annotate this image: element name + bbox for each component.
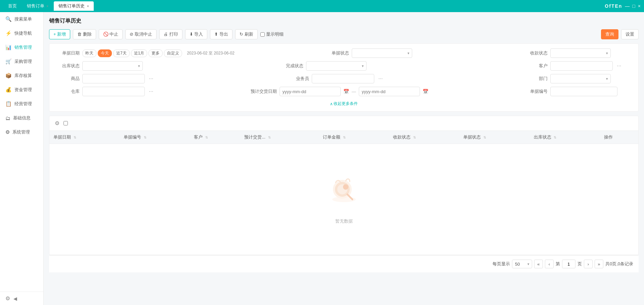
main-layout: 🔍 搜索菜单 ⚡ 快捷导航 📊 销售管理 🛒 采购管理 📦 库存核算 💰 资金管… xyxy=(0,12,644,305)
date-separator: — xyxy=(352,89,356,94)
sidebar-item-purchase-mgmt[interactable]: 🛒 采购管理 xyxy=(0,54,43,69)
sidebar-item-quick-nav[interactable]: ⚡ 快捷导航 xyxy=(0,26,43,40)
tab-sales-order-label: 销售订单 xyxy=(27,3,44,9)
sys-mgmt-icon: ⚙ xyxy=(5,129,10,135)
calendar-start-icon[interactable]: 📅 xyxy=(343,89,349,94)
warehouse-input[interactable] xyxy=(82,87,145,96)
col-doc-status[interactable]: 单据状态 ⇅ xyxy=(459,131,529,144)
sidebar-item-ops-mgmt[interactable]: 📋 经营管理 xyxy=(0,97,43,111)
sidebar-item-sales-mgmt[interactable]: 📊 销售管理 xyxy=(0,40,43,54)
collapse-btn[interactable]: ∧ 收起更多条件 xyxy=(330,101,358,107)
date-pill-today[interactable]: 今天 xyxy=(98,49,112,57)
calendar-end-icon[interactable]: 📅 xyxy=(423,89,428,94)
tab-home-label: 首页 xyxy=(8,3,17,9)
refresh-button[interactable]: ↻ 刷新 xyxy=(235,29,258,39)
salesman-label: 业务员 xyxy=(286,76,309,82)
table-settings-btn[interactable]: ⚙ xyxy=(53,119,61,128)
customer-group: 客户 ··· xyxy=(524,61,632,71)
page-input[interactable] xyxy=(562,260,575,268)
cancel-stop-button[interactable]: ⊘ 取消中止 xyxy=(125,29,157,39)
doc-number-input[interactable] xyxy=(550,87,617,96)
col-out-status[interactable]: 出库状态 ⇅ xyxy=(530,131,600,144)
export-button[interactable]: ⬆ 导出 xyxy=(210,29,232,39)
receipt-status-select[interactable] xyxy=(550,48,611,58)
table-body: 暂无数据 xyxy=(49,144,638,255)
import-button[interactable]: ⬇ 导入 xyxy=(185,29,208,39)
complete-status-select-wrapper xyxy=(306,61,367,71)
tab-sales-order-history[interactable]: 销售订单历史 × xyxy=(54,1,93,11)
delete-button[interactable]: 🗑 删除 xyxy=(73,29,96,39)
sidebar-collapse-icon[interactable]: ◀ xyxy=(13,296,17,301)
warehouse-dots-btn[interactable]: ··· xyxy=(147,88,155,94)
window-minimize[interactable]: — xyxy=(625,3,630,9)
inventory-icon: 📦 xyxy=(5,73,12,79)
per-page-select[interactable]: 50 10 20 100 xyxy=(512,260,532,268)
complete-status-select[interactable] xyxy=(306,61,367,71)
last-page-btn[interactable]: » xyxy=(595,260,603,268)
next-page-btn[interactable]: › xyxy=(584,260,593,268)
customer-input[interactable] xyxy=(550,61,613,71)
doc-status-select[interactable] xyxy=(352,48,412,58)
select-all-checkbox[interactable] xyxy=(63,121,68,125)
date-pill-more[interactable]: 更多 xyxy=(148,49,163,57)
new-button[interactable]: + 新增 xyxy=(49,29,70,39)
col-number-label: 单据编号 xyxy=(124,135,141,140)
delivery-start-input[interactable] xyxy=(280,87,341,96)
first-page-btn[interactable]: « xyxy=(534,260,543,268)
col-delivery-date[interactable]: 预计交货... ⇅ xyxy=(240,131,319,144)
search-menu-icon: 🔍 xyxy=(5,16,12,22)
col-number-sort-icon: ⇅ xyxy=(144,136,146,139)
query-button[interactable]: 查询 xyxy=(601,29,618,39)
window-close[interactable]: × xyxy=(638,3,641,9)
sidebar-item-ops-mgmt-label: 经营管理 xyxy=(14,101,32,107)
tab-sales-order[interactable]: 销售订单 × xyxy=(22,1,53,11)
col-customer[interactable]: 客户 ⇅ xyxy=(190,131,240,144)
col-receipt-status-sort-icon: ⇅ xyxy=(413,136,416,139)
receipt-status-label: 收款状态 xyxy=(524,50,548,56)
dept-select[interactable] xyxy=(550,74,611,83)
salesman-input[interactable] xyxy=(312,74,374,83)
date-pill-custom[interactable]: 自定义 xyxy=(164,49,182,57)
sidebar-item-sys-mgmt[interactable]: ⚙ 系统管理 xyxy=(0,125,43,139)
doc-number-group: 单据编号 xyxy=(524,87,632,96)
print-button[interactable]: 🖨 打印 xyxy=(159,29,182,39)
goods-dots-btn[interactable]: ··· xyxy=(147,76,155,82)
goods-group: 商品 ··· xyxy=(56,74,155,83)
date-pill-yesterday[interactable]: 昨天 xyxy=(82,49,96,57)
date-pill-1month[interactable]: 近1月 xyxy=(131,49,147,57)
goods-input[interactable] xyxy=(82,74,145,83)
table-toolbar: ⚙ xyxy=(49,116,638,131)
out-status-select[interactable] xyxy=(82,61,143,71)
window-restore[interactable]: □ xyxy=(632,3,635,9)
customer-label: 客户 xyxy=(524,63,548,69)
col-amount[interactable]: 订单金额 ⇅ xyxy=(319,131,389,144)
sidebar-item-base-info[interactable]: 🗂 基础信息 xyxy=(0,111,43,125)
stop-button[interactable]: 🚫 中止 xyxy=(99,29,123,39)
sidebar-item-inventory[interactable]: 📦 库存核算 xyxy=(0,69,43,83)
prev-page-btn[interactable]: ‹ xyxy=(545,260,554,268)
tab-home[interactable]: 首页 xyxy=(3,1,22,11)
delivery-end-input[interactable] xyxy=(359,87,420,96)
col-date[interactable]: 单据日期 ⇅ xyxy=(49,131,120,144)
complete-status-label: 完成状态 xyxy=(280,63,303,69)
doc-status-select-wrapper xyxy=(352,48,412,58)
col-receipt-status[interactable]: 收款状态 ⇅ xyxy=(389,131,459,144)
salesman-dots-btn[interactable]: ··· xyxy=(377,76,384,82)
col-out-status-sort-icon: ⇅ xyxy=(554,136,556,139)
date-pill-7days[interactable]: 近7天 xyxy=(113,49,130,57)
sidebar-settings-icon[interactable]: ⚙ xyxy=(5,295,10,302)
show-detail-checkbox[interactable] xyxy=(260,32,265,37)
tab-sales-order-close[interactable]: × xyxy=(46,4,48,8)
settings-button[interactable]: 设置 xyxy=(621,29,639,39)
tab-sales-order-history-close[interactable]: × xyxy=(87,4,89,8)
customer-dots-btn[interactable]: ··· xyxy=(615,63,622,69)
quick-nav-icon: ⚡ xyxy=(5,30,12,36)
col-customer-sort-icon: ⇅ xyxy=(205,136,208,139)
dept-select-wrapper xyxy=(550,74,611,83)
purchase-mgmt-icon: 🛒 xyxy=(5,59,12,65)
sidebar-item-search-menu[interactable]: 🔍 搜索菜单 xyxy=(0,12,43,26)
doc-number-label: 单据编号 xyxy=(524,88,548,94)
sidebar-item-finance[interactable]: 💰 资金管理 xyxy=(0,83,43,97)
col-number[interactable]: 单据编号 ⇅ xyxy=(120,131,190,144)
collapse-row: ∧ 收起更多条件 xyxy=(56,100,632,107)
